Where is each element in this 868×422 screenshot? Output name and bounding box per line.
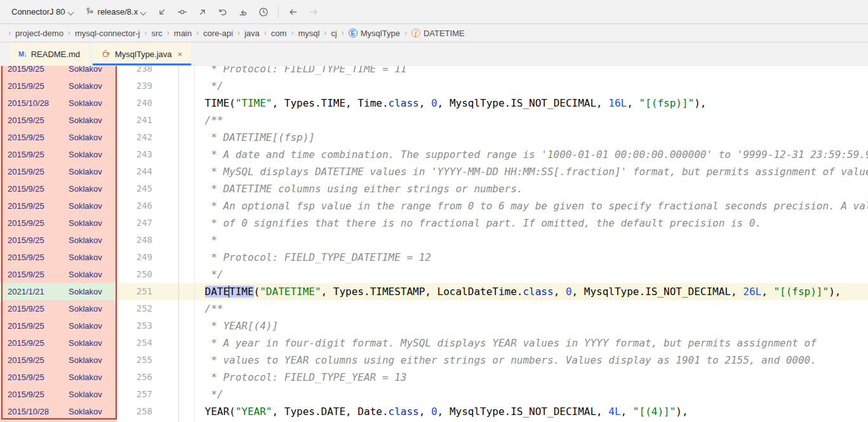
blame-date: 2015/9/25 [8,218,69,228]
editor-row: 2015/9/25Soklakov238 * Protocol: FIELD_T… [0,66,868,77]
code-line[interactable]: * Protocol: FIELD_TYPE_YEAR = 13 [180,369,406,386]
update-project-icon[interactable] [152,3,171,21]
blame-annotation[interactable]: 2015/9/25Soklakov [0,386,117,403]
close-icon[interactable]: × [178,49,183,59]
code-line[interactable]: /** [180,300,223,317]
breadcrumb-item-MysqlType[interactable]: EMysqlType [349,29,400,38]
branch-selector[interactable]: release/8.x [80,4,152,19]
blame-annotation[interactable]: 2015/9/25Soklakov [0,180,117,197]
breadcrumb-item-java[interactable]: java [244,29,260,38]
code-line[interactable]: * DATETIME columns using either strings … [180,180,523,197]
tab-MysqlType.java[interactable]: MysqlType.java× [93,43,191,65]
line-number[interactable]: 249 [117,249,152,266]
editor-row: 2015/9/25Soklakov247 * of 0 signifies th… [0,214,868,232]
line-number[interactable]: 257 [117,386,152,403]
code-editor[interactable]: 2015/9/25Soklakov238 * Protocol: FIELD_T… [0,66,868,422]
code-line[interactable]: DATETIME("DATETIME", Types.TIMESTAMP, Lo… [180,283,841,300]
blame-annotation[interactable]: 2015/9/25Soklakov [0,352,117,369]
main-toolbar: ConnectorJ 80 release/8.x [0,0,868,24]
blame-annotation[interactable]: 2015/9/25Soklakov [0,163,117,180]
blame-annotation[interactable]: 2015/9/25Soklakov [0,334,117,352]
line-number[interactable]: 247 [117,214,152,232]
rollback-icon[interactable] [234,3,253,21]
tab-README.md[interactable]: M↓README.md [10,43,89,65]
field-icon: f [411,29,420,37]
breadcrumb-item-DATETIME[interactable]: fDATETIME [411,29,465,38]
line-number[interactable]: 258 [117,403,152,420]
line-number[interactable]: 238 [117,66,152,77]
code-line[interactable]: * An optional fsp value in the range fro… [180,197,868,214]
breadcrumb-item-core-api[interactable]: core-api [203,29,233,38]
blame-annotation[interactable]: 2015/9/25Soklakov [0,197,117,214]
editor-row: 2015/9/25Soklakov241 /** [0,112,868,129]
editor-row: 2015/10/28Soklakov240 TIME("TIME", Types… [0,95,868,112]
blame-annotation[interactable]: 2015/9/25Soklakov [0,214,117,232]
code-line[interactable]: */ [180,77,223,95]
blame-annotation[interactable]: 2015/10/28Soklakov [0,95,117,112]
breadcrumb-item-cj[interactable]: cj [331,29,337,38]
line-number[interactable]: 242 [117,129,152,146]
code-line[interactable]: * YEAR[(4)] [180,317,278,334]
breadcrumb-item-mysql-connector-j[interactable]: mysql-connector-j [75,29,140,38]
blame-annotation[interactable]: 2015/9/25Soklakov [0,266,117,283]
line-number[interactable]: 243 [117,146,152,163]
undo-icon[interactable] [213,3,232,21]
history-icon[interactable] [254,3,273,21]
code-line[interactable]: * A date and time combination. The suppo… [180,146,868,163]
line-number[interactable]: 245 [117,180,152,197]
code-line[interactable]: * Protocol: FIELD_TYPE_DATETIME = 12 [180,249,431,266]
code-line[interactable]: * Protocol: FIELD_TYPE_TIME = 11 [180,66,406,77]
editor-row: 2021/1/21Soklakov251 DATETIME("DATETIME"… [0,283,868,300]
blame-annotation[interactable]: 2015/9/25Soklakov [0,66,117,77]
code-line[interactable]: * of 0 signifies that there is no fracti… [180,214,761,232]
line-number[interactable]: 251 [117,283,152,300]
code-line[interactable]: */ [180,386,223,403]
code-line[interactable]: * [180,232,217,249]
code-line[interactable]: * A year in four-digit format. MySQL dis… [180,334,817,352]
breadcrumb-item-mysql[interactable]: mysql [298,29,319,38]
project-selector[interactable]: ConnectorJ 80 [6,4,79,19]
blame-annotation[interactable]: 2015/9/25Soklakov [0,317,117,334]
blame-annotation[interactable]: 2015/9/25Soklakov [0,146,117,163]
commit-icon[interactable] [173,3,192,21]
line-number[interactable]: 239 [117,77,152,95]
blame-author: Soklakov [69,167,102,176]
blame-annotation[interactable]: 2015/9/25Soklakov [0,129,117,146]
line-number[interactable]: 256 [117,369,152,386]
blame-date: 2015/9/25 [8,133,69,142]
blame-annotation[interactable]: 2015/9/25Soklakov [0,249,117,266]
blame-annotation[interactable]: 2015/9/25Soklakov [0,232,117,249]
code-line[interactable]: TIME("TIME", Types.TIME, Time.class, 0, … [180,95,706,112]
breadcrumb-item-project-demo[interactable]: project-demo [15,29,63,38]
code-line[interactable]: * values to YEAR columns using either st… [180,352,817,369]
breadcrumb-item-com[interactable]: com [271,29,287,38]
line-number[interactable]: 244 [117,163,152,180]
line-number[interactable]: 253 [117,317,152,334]
breadcrumb-item-main[interactable]: main [174,29,192,38]
blame-annotation[interactable]: 2015/9/25Soklakov [0,369,117,386]
code-line[interactable]: * DATETIME[(fsp)] [180,129,315,146]
blame-annotation[interactable]: 2021/1/21Soklakov [0,283,117,300]
gutter-border [178,66,179,422]
blame-author: Soklakov [69,218,102,228]
blame-annotation[interactable]: 2015/9/25Soklakov [0,77,117,95]
code-line[interactable]: YEAR("YEAR", Types.DATE, Date.class, 0, … [180,403,688,420]
code-line[interactable]: /** [180,112,223,129]
blame-annotation[interactable]: 2015/10/28Soklakov [0,403,117,420]
line-number[interactable]: 252 [117,300,152,317]
line-number[interactable]: 241 [117,112,152,129]
line-number[interactable]: 255 [117,352,152,369]
line-number[interactable]: 254 [117,334,152,352]
blame-author: Soklakov [69,81,102,91]
line-number[interactable]: 246 [117,197,152,214]
blame-annotation[interactable]: 2015/9/25Soklakov [0,300,117,317]
back-icon[interactable] [284,3,303,21]
code-line[interactable]: * MySQL displays DATETIME values in 'YYY… [180,163,868,180]
line-number[interactable]: 240 [117,95,152,112]
push-icon[interactable] [193,3,212,21]
line-number[interactable]: 250 [117,266,152,283]
code-line[interactable]: */ [180,266,223,283]
blame-annotation[interactable]: 2015/9/25Soklakov [0,112,117,129]
line-number[interactable]: 248 [117,232,152,249]
breadcrumb-item-src[interactable]: src [151,29,162,38]
